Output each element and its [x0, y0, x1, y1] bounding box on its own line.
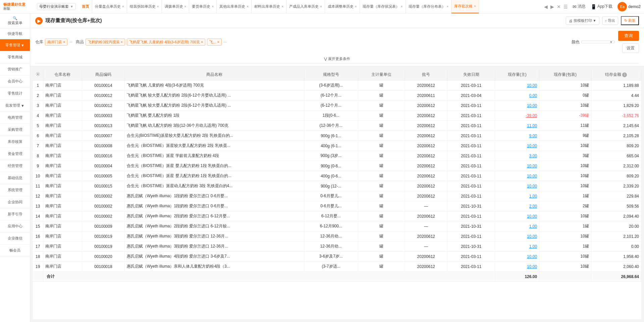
product-more[interactable]: ···	[223, 40, 227, 44]
message-btn[interactable]: ✉ 消息	[573, 4, 586, 9]
sidebar-item-wholesale[interactable]: 批发管理 ▼	[0, 100, 30, 112]
th-spec: 规格型号	[304, 69, 358, 80]
tab-yaohuo[interactable]: 要货单历史 ×	[189, 0, 217, 13]
th-code: 商品编码	[82, 69, 125, 80]
cell-expire: 2021-03-11	[447, 131, 495, 141]
close-tab-icon[interactable]: ×	[355, 5, 357, 8]
cell-no: 18	[33, 252, 43, 262]
sidebar-item-operation[interactable]: 经营管理	[0, 160, 30, 172]
close-tab-icon[interactable]: ×	[247, 5, 249, 8]
tab-xiancunzhuang[interactable]: 现存量（库存状况表） ×	[360, 0, 406, 13]
cell-warehouse: 南岸门店	[43, 252, 82, 262]
warehouse-more[interactable]: ···	[69, 40, 72, 44]
sidebar-item-ecommerce[interactable]: 电商管理	[0, 112, 30, 124]
sidebar-item-purchase[interactable]: 采购管理	[0, 124, 30, 136]
product-tag-remove[interactable]: ×	[217, 40, 219, 44]
sidebar-item-retail-shop[interactable]: 零售商城	[0, 51, 30, 63]
tab-menu-btn[interactable]: ☰	[562, 3, 569, 10]
cell-expire: 2021-03-11	[447, 151, 495, 161]
refresh-btn[interactable]: ↻ 刷新	[621, 16, 639, 25]
cell-expire: 2021-03-11	[447, 141, 495, 151]
close-tab-icon[interactable]: ×	[447, 5, 449, 8]
sidebar-label: 经营管理	[8, 164, 22, 168]
cell-batch: —	[405, 201, 447, 211]
tab-chengbentiao[interactable]: 成本调整单历史 ×	[325, 0, 360, 13]
close-tab-icon[interactable]: ×	[184, 5, 186, 8]
sidebar-item-basic-info[interactable]: 基础信息	[0, 172, 30, 184]
cell-qty-pkg: 10罐	[539, 141, 591, 151]
th-qty-pkg: 现存量(包装)	[539, 69, 591, 80]
close-tab-icon[interactable]: ×	[212, 5, 214, 8]
tab-pizhang[interactable]: 库存批次账 ×	[451, 0, 479, 13]
cell-qty-main: 1.00	[495, 241, 539, 252]
sidebar-item-member[interactable]: 会员中心	[0, 75, 30, 88]
close-tab-icon[interactable]: ×	[122, 5, 124, 8]
tab-close-btn[interactable]: ✕	[555, 3, 562, 10]
sidebar-item-finance[interactable]: 资金管理	[0, 148, 30, 160]
top-right: ✉ 消息 📱 App下载 Ea demo2	[573, 2, 641, 11]
sidebar-quick-nav[interactable]: 快捷导航	[0, 29, 30, 39]
tab-zuzhuang[interactable]: 组装拆卸单历史 ×	[127, 0, 162, 13]
sidebar-item-inventory[interactable]: 库存核算	[0, 136, 30, 148]
tab-cailiaochu[interactable]: 材料出库单历史 ×	[252, 0, 286, 13]
tab-prev-btn[interactable]: ◀	[543, 3, 549, 10]
account-selector[interactable]: 母婴行业演示账套 ▼	[37, 3, 76, 10]
th-settings[interactable]	[33, 69, 43, 80]
tab-qitachu[interactable]: 其他出库单历史 ×	[217, 0, 252, 13]
cell-spec: (12-36个月...	[304, 121, 358, 131]
tab-fenliang[interactable]: 分量盘点单历史 ×	[92, 0, 127, 13]
product-tag-3[interactable]: 飞... ×	[207, 39, 222, 46]
cell-expire: 2021-03-11	[447, 211, 495, 221]
settings-btn[interactable]: 设置	[622, 43, 639, 53]
print-btn[interactable]: 🖨 按模板打印 ▼	[566, 16, 599, 25]
tab-chanchengpin[interactable]: 产成品入库单历史 ×	[286, 0, 325, 13]
cell-name: 惠氏启赋（Wyeth illuma）1段奶粉 爱尔兰进口 0-6月婴...	[124, 201, 304, 211]
sidebar-item-appstore[interactable]: 应用中心	[0, 220, 30, 232]
tab-next-btn[interactable]: ▶	[549, 3, 555, 10]
printer-icon: 🖨	[569, 19, 573, 23]
sidebar-label: 系统管理	[8, 188, 22, 192]
warehouse-tag[interactable]: 南岸门店 ×	[45, 39, 67, 46]
close-tab-icon[interactable]: ×	[281, 5, 283, 8]
product-tag-remove[interactable]: ×	[121, 40, 123, 44]
sidebar-item-system[interactable]: 系统管理	[0, 184, 30, 196]
export-btn[interactable]: ↑ 导出	[602, 16, 619, 25]
user-menu[interactable]: Ea demo2	[618, 2, 641, 11]
cell-qty-main: 10.00	[495, 141, 539, 151]
close-tab-icon[interactable]: ×	[401, 5, 403, 8]
warehouse-tag-area: 南岸门店 × ···	[45, 39, 72, 46]
product-tag-2[interactable]: 飞鹤星飞帆 儿童奶粉 4段(3-6岁适用) 700克 ×	[127, 39, 205, 46]
sidebar-item-retail-stats[interactable]: 零售统计	[0, 88, 30, 100]
sidebar-item-wechat[interactable]: 企业微信	[0, 232, 30, 245]
sidebar-toggle-btn[interactable]: ▶	[35, 17, 43, 24]
sidebar-item-collab[interactable]: 企业协同	[0, 196, 30, 208]
sidebar-item-marketing[interactable]: 营销推广	[0, 63, 30, 75]
tab-xiancunfen[interactable]: 现存量（库存分布表） ×	[406, 0, 452, 13]
product-tag-1[interactable]: 飞鹤奶粉3段丙搅装 ×	[86, 39, 125, 46]
warehouse-tag-remove[interactable]: ×	[63, 40, 65, 44]
tab-home[interactable]: 首页	[79, 0, 92, 13]
cell-no: 12	[33, 191, 43, 201]
close-tab-icon[interactable]: ×	[320, 5, 322, 8]
sidebar-item-guide[interactable]: 新手引导	[0, 208, 30, 220]
cell-spec: 400g (6-1...	[304, 141, 358, 151]
product-tag-remove[interactable]: ×	[201, 40, 203, 44]
close-tab-icon[interactable]: ×	[474, 4, 476, 8]
cell-warehouse: 南岸门店	[43, 91, 82, 101]
cell-balance: 1,958.40	[591, 252, 641, 262]
cell-no: 19	[33, 262, 43, 272]
tab-diaoboh[interactable]: 调拨单历史 ×	[162, 0, 190, 13]
th-qty-main: 现存量(主)	[495, 69, 539, 80]
close-tab-icon[interactable]: ×	[157, 5, 159, 8]
cell-unit: 罐	[358, 121, 405, 131]
sidebar-item-retail-mgmt[interactable]: 零售管理 ▼	[0, 39, 30, 51]
app-download-btn[interactable]: 📱 App下载	[591, 4, 612, 9]
table-row: 9 南岸门店 00100004 合生元（BIOSTIME）派星 婴儿配方奶粉 1…	[33, 161, 641, 171]
cell-spec: 900g (0-6...	[304, 161, 358, 171]
color-select[interactable]: ▼	[581, 41, 615, 43]
cell-batch: 20200612	[405, 121, 447, 131]
sidebar-search[interactable]: 🔍 搜索菜单	[0, 13, 30, 29]
expand-conditions-btn[interactable]: ⋁ 展开更多条件	[324, 56, 350, 61]
query-btn[interactable]: 按模板打印 查询	[618, 31, 639, 41]
sidebar-item-member2[interactable]: 畅会员	[0, 245, 30, 257]
